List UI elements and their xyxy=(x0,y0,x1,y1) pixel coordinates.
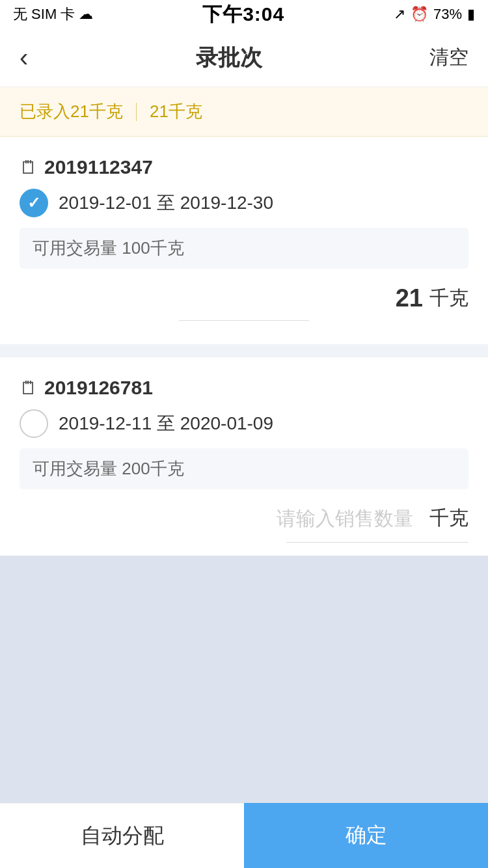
batch2-icon: 🗒 xyxy=(20,377,38,399)
batch1-amount-wrapper: 21 千克 xyxy=(0,269,488,344)
confirm-button[interactable]: 确定 xyxy=(244,803,488,868)
batch1-qty: 可用交易量 100千克 xyxy=(20,228,468,269)
batch2-input-underline xyxy=(286,542,468,543)
back-button[interactable]: ‹ xyxy=(20,43,28,72)
batch1-date-row: 2019-12-01 至 2019-12-30 xyxy=(20,189,468,217)
batch2-input-row: 千克 xyxy=(0,489,488,542)
auto-distribute-button[interactable]: 自动分配 xyxy=(0,803,244,868)
batch2-qty: 可用交易量 200千克 xyxy=(20,448,468,489)
alarm-icon: ⏰ xyxy=(411,6,428,23)
batch1-underline xyxy=(179,320,309,321)
battery-icon: ▮ xyxy=(467,6,475,23)
batch2-id: 2019126781 xyxy=(44,377,153,399)
banner-divider xyxy=(136,103,137,121)
recorded-label: 已录入21千克 xyxy=(20,100,123,123)
batch1-amount-value: 21 xyxy=(396,284,423,312)
batch1-id: 2019112347 xyxy=(44,156,153,178)
batch1-header: 🗒 2019112347 xyxy=(20,156,468,178)
section-divider xyxy=(0,344,488,357)
batch1-icon: 🗒 xyxy=(20,157,38,178)
recorded-value: 21千克 xyxy=(150,100,202,123)
batch2-qty-input[interactable] xyxy=(20,508,423,530)
batch2-header: 🗒 2019126781 xyxy=(20,377,468,399)
battery-label: 73% xyxy=(433,6,462,23)
bottom-bar: 自动分配 确定 xyxy=(0,803,488,868)
batch2-radio[interactable] xyxy=(20,409,48,438)
clear-button[interactable]: 清空 xyxy=(429,44,468,71)
batch1-amount-row: 21 千克 xyxy=(0,269,488,331)
batch2-date-row: 2019-12-11 至 2020-01-09 xyxy=(20,409,468,438)
batch2-date: 2019-12-11 至 2020-01-09 xyxy=(59,411,273,436)
batch1-date: 2019-12-01 至 2019-12-30 xyxy=(59,191,273,215)
location-icon: ↗ xyxy=(394,6,405,23)
empty-area xyxy=(0,556,488,803)
status-left: 无 SIM 卡 ☁ xyxy=(13,5,93,24)
nav-bar: ‹ 录批次 清空 xyxy=(0,29,488,87)
batch1-radio[interactable] xyxy=(20,189,48,217)
batch-item-1: 🗒 2019112347 2019-12-01 至 2019-12-30 可用交… xyxy=(0,137,488,269)
status-time: 下午3:04 xyxy=(202,1,284,28)
sim-label: 无 SIM 卡 ☁ xyxy=(13,5,93,24)
batch-item-2: 🗒 2019126781 2019-12-11 至 2020-01-09 可用交… xyxy=(0,357,488,489)
content-area: 🗒 2019112347 2019-12-01 至 2019-12-30 可用交… xyxy=(0,137,488,868)
info-banner: 已录入21千克 21千克 xyxy=(0,87,488,137)
status-right: ↗ ⏰ 73% ▮ xyxy=(394,6,475,23)
batch2-input-unit: 千克 xyxy=(429,505,468,532)
page-title: 录批次 xyxy=(196,43,262,73)
batch1-amount-unit: 千克 xyxy=(429,285,468,312)
status-bar: 无 SIM 卡 ☁ 下午3:04 ↗ ⏰ 73% ▮ xyxy=(0,0,488,29)
